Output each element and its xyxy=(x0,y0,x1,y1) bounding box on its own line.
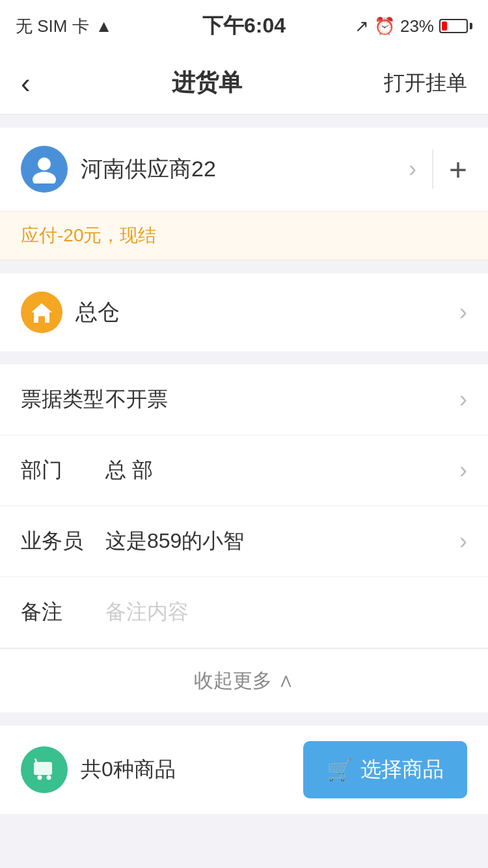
status-bar: 无 SIM 卡 ▲ 下午6:04 ↗ ⏰ 23% xyxy=(0,0,488,52)
department-chevron-icon: › xyxy=(459,457,467,484)
warehouse-row[interactable]: 总仓 › xyxy=(0,273,488,351)
svg-rect-4 xyxy=(38,316,45,323)
warehouse-name: 总仓 xyxy=(75,297,459,327)
status-right: ↗ ⏰ 23% xyxy=(355,16,472,36)
page-title: 进货单 xyxy=(172,67,242,99)
invoice-type-chevron-icon: › xyxy=(459,386,467,413)
supplier-name: 河南供应商22 xyxy=(81,154,409,184)
select-product-label: 选择商品 xyxy=(360,755,444,784)
salesman-chevron-icon: › xyxy=(459,528,467,555)
battery-indicator xyxy=(439,19,472,33)
invoice-type-value: 不开票 xyxy=(105,385,459,414)
salesman-row[interactable]: 业务员 这是859的小智 › xyxy=(0,506,488,577)
select-product-icon: 🛒 xyxy=(327,757,353,782)
battery-percent: 23% xyxy=(400,16,434,36)
avatar-icon xyxy=(30,155,59,183)
add-button[interactable]: + xyxy=(449,152,467,187)
svg-marker-2 xyxy=(31,303,52,312)
page-background xyxy=(0,814,488,868)
back-button[interactable]: ‹ xyxy=(21,67,31,100)
alarm-icon: ⏰ xyxy=(374,16,395,36)
top-divider xyxy=(0,115,488,128)
nav-bar: ‹ 进货单 打开挂单 xyxy=(0,52,488,115)
wifi-icon: ▲ xyxy=(96,16,113,36)
department-value: 总 部 xyxy=(105,456,459,485)
svg-point-7 xyxy=(47,776,51,780)
house-icon xyxy=(30,301,53,324)
supplier-avatar xyxy=(21,146,68,193)
svg-point-1 xyxy=(33,172,56,183)
carrier-label: 无 SIM 卡 xyxy=(16,15,89,38)
warehouse-icon xyxy=(21,292,62,333)
invoice-type-label: 票据类型 xyxy=(21,385,105,414)
salesman-value: 这是859的小智 xyxy=(105,527,459,556)
bottom-bar: 共0种商品 🛒 选择商品 xyxy=(0,726,488,814)
collapse-button[interactable]: 收起更多 ∧ xyxy=(194,668,293,694)
supplier-row[interactable]: 河南供应商22 › + xyxy=(0,128,488,211)
supplier-chevron-icon: › xyxy=(409,156,416,183)
salesman-label: 业务员 xyxy=(21,527,105,556)
status-left: 无 SIM 卡 ▲ xyxy=(16,15,112,38)
collapse-section[interactable]: 收起更多 ∧ xyxy=(0,649,488,712)
svg-point-0 xyxy=(38,157,51,170)
cart-icon xyxy=(31,757,57,783)
warehouse-chevron-icon: › xyxy=(459,299,467,326)
invoice-type-row[interactable]: 票据类型 不开票 › xyxy=(0,364,488,435)
location-icon: ↗ xyxy=(355,16,369,36)
supplier-section: 河南供应商22 › + 应付-20元，现结 xyxy=(0,128,488,260)
product-count: 共0种商品 xyxy=(81,755,290,784)
department-row[interactable]: 部门 总 部 › xyxy=(0,435,488,506)
svg-rect-5 xyxy=(34,762,52,775)
notice-bar: 应付-20元，现结 xyxy=(0,211,488,260)
remark-label: 备注 xyxy=(21,598,105,627)
remark-placeholder: 备注内容 xyxy=(105,598,467,627)
select-product-button[interactable]: 🛒 选择商品 xyxy=(303,741,467,798)
open-pending-button[interactable]: 打开挂单 xyxy=(384,69,467,98)
status-time: 下午6:04 xyxy=(202,12,286,40)
form-section: 票据类型 不开票 › 部门 总 部 › 业务员 这是859的小智 › 备注 备注… xyxy=(0,364,488,647)
remark-row[interactable]: 备注 备注内容 xyxy=(0,577,488,647)
department-label: 部门 xyxy=(21,456,105,485)
svg-point-6 xyxy=(38,776,42,780)
supplier-right: › + xyxy=(409,150,467,189)
vertical-divider xyxy=(432,150,433,189)
product-icon xyxy=(21,746,68,793)
